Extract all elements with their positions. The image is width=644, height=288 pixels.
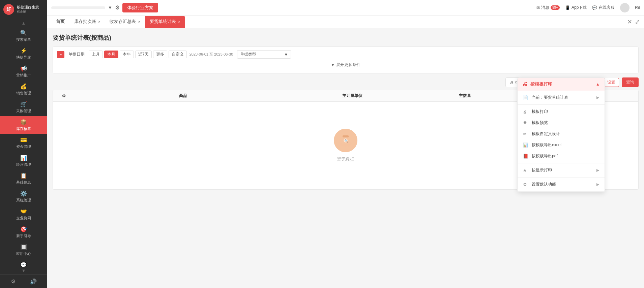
dropdown-chevron-icon: ▲ (596, 82, 600, 87)
sidebar-item-label: 企业协同 (16, 216, 31, 221)
display-print-label: 按显示打印 (532, 167, 552, 173)
dropdown-item-print[interactable]: 🖨 模板打印 (518, 106, 605, 117)
default-arrow-icon: ▶ (596, 182, 599, 187)
window-close-btn[interactable]: ✕ (627, 18, 632, 26)
finance-icon: 💳 (20, 137, 27, 143)
filter-toggle-button[interactable]: » (57, 51, 64, 58)
dropdown-header-label: 按模板打印 (530, 81, 552, 87)
sidebar-item-operations[interactable]: 📊 经营管理 (0, 152, 47, 170)
marketing-icon: 📢 (20, 65, 27, 72)
sidebar-item-collab[interactable]: 🤝 企业协同 (0, 205, 47, 223)
dropdown-item-design[interactable]: ✏ 模板自定义设计 (518, 128, 605, 139)
sidebar-item-sales[interactable]: 💰 销售管理 (0, 81, 47, 98)
inventory-icon: 📦 (20, 119, 27, 125)
sales-icon: 💰 (20, 83, 27, 90)
set-default-icon: ⚙ (523, 182, 528, 187)
tab-inventory-batch-close[interactable]: × (98, 20, 100, 24)
sidebar-item-label: 采购管理 (16, 108, 31, 114)
sidebar-item-label: 资金管理 (16, 144, 31, 149)
dropdown-current-item[interactable]: 📄 当前：要货单统计表 ▶ (518, 92, 605, 103)
settings-button[interactable]: 设置 (604, 78, 619, 87)
sidebar-item-basic-info[interactable]: 📋 基础信息 (0, 170, 47, 188)
date-btn-this-month[interactable]: 本月 (104, 51, 118, 58)
speaker-footer-icon[interactable]: 🔊 (30, 278, 37, 285)
app-download-button[interactable]: 📱 App下载 (565, 5, 587, 10)
logo-icon: 好 (3, 4, 14, 15)
tab-order-stats-close[interactable]: × (178, 20, 180, 24)
date-btn-this-year[interactable]: 本年 (120, 51, 134, 58)
sidebar-item-wxwork[interactable]: 💬 企业微信 (0, 259, 47, 267)
template-pdf-icon: 📕 (523, 154, 528, 159)
user-avatar (620, 3, 630, 12)
current-arrow-icon: ▶ (596, 95, 599, 100)
sidebar-item-label: 应用中心 (16, 251, 31, 256)
service-icon: 💬 (592, 5, 597, 10)
wxwork-icon: 💬 (20, 262, 27, 267)
scroll-down-icon[interactable]: ▼ (0, 267, 47, 275)
dropdown-default-section: ⚙ 设置默认功能 ▶ (518, 178, 605, 192)
message-label: 消息 (541, 5, 549, 10)
online-service-button[interactable]: 💬 在线客服 (592, 5, 615, 10)
sidebar-item-finance[interactable]: 💳 资金管理 (0, 134, 47, 152)
expand-more-button[interactable]: ▼ 展开更多条件 (57, 60, 634, 70)
window-expand-btn[interactable]: ⤢ (635, 18, 640, 26)
date-btn-custom[interactable]: 自定义 (169, 51, 187, 58)
empty-text: 暂无数据 (337, 156, 354, 162)
svg-text:🔍: 🔍 (345, 139, 348, 142)
sidebar-item-label: 快捷导航 (16, 55, 31, 60)
sidebar-item-quicknav[interactable]: ⚡ 快捷导航 (0, 45, 47, 63)
topbar-dropdown-icon[interactable]: ▼ (108, 5, 112, 10)
sidebar-item-label: 新手引导 (16, 233, 31, 238)
tab-inventory-batch[interactable]: 库存批次账 × (69, 16, 105, 28)
dropdown-header[interactable]: 🖨 按模板打印 ▲ (518, 78, 605, 91)
dropdown-current-left: 📄 当前：要货单统计表 (523, 95, 568, 100)
guide-icon: 🎯 (20, 226, 27, 232)
table-header-quantity: 主数量 (409, 93, 521, 99)
dropdown-item-preview[interactable]: 👁 模板预览 (518, 117, 605, 128)
system-icon: ⚙️ (20, 190, 27, 197)
filter-bar: » 单据日期 上月 本月 本年 近7天 更多 自定义 2023-06-01 至 … (53, 46, 639, 73)
set-default-label: 设置默认功能 (532, 182, 556, 187)
empty-icon: 🔍 (334, 129, 357, 152)
date-btn-last-month[interactable]: 上月 (89, 51, 103, 58)
sidebar-item-label: 基础信息 (16, 180, 31, 185)
tab-home-label: 首页 (56, 19, 65, 25)
sidebar-item-purchase[interactable]: 🛒 采购管理 (0, 98, 47, 116)
tab-summary-close[interactable]: × (138, 20, 140, 24)
tab-summary-label: 收发存汇总表 (110, 19, 136, 25)
topbar-gear-icon[interactable]: ⚙ (115, 4, 120, 11)
dropdown-display-print[interactable]: 🖨 按显示打印 ▶ (518, 165, 605, 176)
query-button[interactable]: 查询 (622, 77, 639, 87)
dropdown-item-preview-label: 模板预览 (532, 120, 548, 126)
tab-order-stats[interactable]: 要货单统计表 × (145, 16, 185, 28)
sidebar-item-system[interactable]: ⚙️ 系统管理 (0, 188, 47, 205)
message-button[interactable]: ✉ 消息 99+ (536, 5, 560, 10)
dropdown-item-excel[interactable]: 📊 按模板导出excel (518, 139, 605, 151)
date-btn-7days[interactable]: 近7天 (135, 51, 152, 58)
dropdown-set-default[interactable]: ⚙ 设置默认功能 ▶ (518, 179, 605, 190)
print-icon: 🖨 (510, 80, 514, 85)
trial-button[interactable]: 体验行业方案 (122, 3, 158, 12)
order-type-label: 单据类型 (240, 52, 256, 57)
dropdown-item-excel-label: 按模板导出excel (532, 142, 561, 148)
sidebar-item-label: 销售管理 (16, 91, 31, 96)
sidebar-item-guide[interactable]: 🎯 新手引导 (0, 223, 47, 241)
sidebar-item-search[interactable]: 🔍 搜索菜单 (0, 27, 47, 45)
sidebar-logo: 好 畅捷通好生意 标准版 (0, 0, 47, 19)
sidebar-item-marketing[interactable]: 📢 营销推广 (0, 63, 47, 81)
tab-home[interactable]: 首页 (51, 16, 69, 28)
table-header-settings[interactable]: ⚙ (57, 94, 70, 98)
tab-inventory-batch-label: 库存批次账 (74, 19, 96, 25)
tab-window-controls: ✕ ⤢ (627, 18, 644, 26)
dropdown-item-pdf[interactable]: 📕 按模板导出pdf (518, 151, 605, 162)
settings-footer-icon[interactable]: ⚙ (11, 278, 16, 285)
search-icon: 🔍 (20, 30, 27, 36)
scroll-up-icon[interactable]: ▲ (0, 19, 47, 27)
sidebar-footer: ⚙ 🔊 (0, 275, 47, 288)
date-btn-more[interactable]: 更多 (153, 51, 167, 58)
operations-icon: 📊 (20, 155, 27, 161)
order-type-select[interactable]: 单据类型 ▼ (237, 50, 291, 59)
sidebar-item-appcenter[interactable]: 🔲 应用中心 (0, 241, 47, 259)
sidebar-item-inventory[interactable]: 📦 库存核算 (0, 116, 47, 134)
tab-summary[interactable]: 收发存汇总表 × (105, 16, 145, 28)
